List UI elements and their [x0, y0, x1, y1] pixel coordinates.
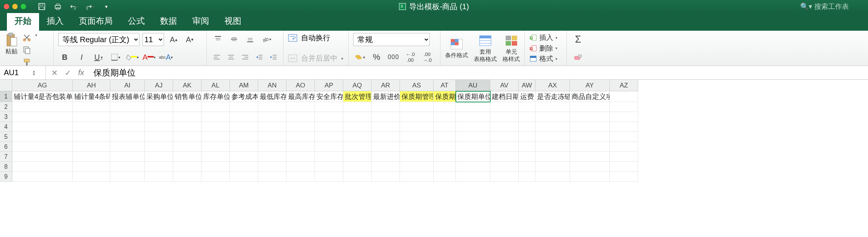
- cell-AX9[interactable]: [536, 172, 570, 182]
- cell-AU5[interactable]: [456, 132, 490, 142]
- column-header-AL[interactable]: AL: [201, 80, 230, 91]
- align-left-button[interactable]: [211, 51, 222, 63]
- cell-AR6[interactable]: [372, 142, 400, 152]
- cell-AN4[interactable]: [258, 122, 287, 132]
- cell-AW1[interactable]: 运费: [519, 91, 536, 102]
- cell-AV5[interactable]: [490, 132, 519, 142]
- cell-AJ6[interactable]: [145, 142, 173, 152]
- cell-AO1[interactable]: 最高库存: [287, 91, 315, 102]
- cell-AV7[interactable]: [490, 152, 519, 162]
- name-box[interactable]: ▲▼: [0, 66, 46, 79]
- column-header-AV[interactable]: AV: [490, 80, 519, 91]
- cell-AP2[interactable]: [315, 102, 343, 112]
- cell-AL7[interactable]: [201, 152, 230, 162]
- column-header-AX[interactable]: AX: [536, 80, 570, 91]
- cell-AG5[interactable]: [12, 132, 73, 142]
- increase-decimal-button[interactable]: ←.0.00: [404, 51, 417, 63]
- clear-button[interactable]: [572, 51, 585, 63]
- fill-color-button[interactable]: ▾: [126, 51, 139, 63]
- cell-AV8[interactable]: [490, 162, 519, 172]
- cell-AX7[interactable]: [536, 152, 570, 162]
- cell-style-button[interactable]: 单元 格样式: [503, 34, 520, 63]
- maximize-icon[interactable]: [21, 4, 26, 9]
- column-header-AO[interactable]: AO: [287, 80, 315, 91]
- cell-AU7[interactable]: [456, 152, 490, 162]
- cell-AH8[interactable]: [73, 162, 110, 172]
- name-box-down-icon[interactable]: ▼: [32, 73, 36, 76]
- cell-AX3[interactable]: [536, 112, 570, 122]
- cell-AW9[interactable]: [519, 172, 536, 182]
- cell-AW7[interactable]: [519, 152, 536, 162]
- cell-AW8[interactable]: [519, 162, 536, 172]
- cell-AQ9[interactable]: [343, 172, 372, 182]
- cell-AO4[interactable]: [287, 122, 315, 132]
- cell-AG9[interactable]: [12, 172, 73, 182]
- cell-AT3[interactable]: [434, 112, 456, 122]
- redo-icon[interactable]: ▾: [86, 2, 94, 11]
- cell-AS7[interactable]: [400, 152, 434, 162]
- cell-AS9[interactable]: [400, 172, 434, 182]
- cell-AO8[interactable]: [287, 162, 315, 172]
- cell-AR4[interactable]: [372, 122, 400, 132]
- cell-AY2[interactable]: [570, 102, 610, 112]
- qat-customize-icon[interactable]: ▾: [102, 2, 110, 11]
- search-input[interactable]: [814, 3, 864, 11]
- format-cells-button[interactable]: 格式▾: [529, 54, 562, 63]
- cell-AN2[interactable]: [258, 102, 287, 112]
- cell-AW2[interactable]: [519, 102, 536, 112]
- cell-AS1[interactable]: 保质期管理: [400, 91, 434, 102]
- cut-icon[interactable]: [22, 33, 31, 42]
- cell-AY5[interactable]: [570, 132, 610, 142]
- cell-AO2[interactable]: [287, 102, 315, 112]
- row-header-5[interactable]: 5: [0, 132, 12, 142]
- cell-AL9[interactable]: [201, 172, 230, 182]
- cell-AT9[interactable]: [434, 172, 456, 182]
- insert-cells-button[interactable]: +插入▾: [529, 33, 562, 42]
- row-header-3[interactable]: 3: [0, 112, 12, 122]
- column-header-AH[interactable]: AH: [73, 80, 110, 91]
- orientation-button[interactable]: ab▾: [260, 33, 273, 45]
- cell-AT7[interactable]: [434, 152, 456, 162]
- cell-AU6[interactable]: [456, 142, 490, 152]
- cell-AT2[interactable]: [434, 102, 456, 112]
- align-right-button[interactable]: [240, 51, 250, 63]
- font-name-select[interactable]: 等线 Regular (正文): [58, 33, 139, 46]
- tab-视图[interactable]: 视图: [217, 12, 249, 31]
- cell-AK7[interactable]: [173, 152, 201, 162]
- cell-AI1[interactable]: 报表辅单位: [110, 91, 145, 102]
- percent-button[interactable]: %: [370, 51, 383, 63]
- wrap-text-label[interactable]: 自动换行: [301, 33, 330, 43]
- row-header-2[interactable]: 2: [0, 102, 12, 112]
- row-header-9[interactable]: 9: [0, 172, 12, 182]
- cell-AW5[interactable]: [519, 132, 536, 142]
- cell-AI2[interactable]: [110, 102, 145, 112]
- cell-AO7[interactable]: [287, 152, 315, 162]
- cell-AK5[interactable]: [173, 132, 201, 142]
- cell-AR1[interactable]: 最新进价: [372, 91, 400, 102]
- tab-数据[interactable]: 数据: [152, 12, 185, 31]
- cell-AM5[interactable]: [230, 132, 258, 142]
- cell-AG6[interactable]: [12, 142, 73, 152]
- column-header-AZ[interactable]: AZ: [610, 80, 638, 91]
- column-header-AK[interactable]: AK: [173, 80, 201, 91]
- border-button[interactable]: ▾: [109, 51, 122, 63]
- increase-indent-button[interactable]: [268, 51, 278, 63]
- conditional-format-button[interactable]: 条件格式: [445, 37, 468, 59]
- accept-formula-icon[interactable]: ✓: [65, 68, 71, 77]
- cell-AL6[interactable]: [201, 142, 230, 152]
- cell-AQ3[interactable]: [343, 112, 372, 122]
- cell-AQ5[interactable]: [343, 132, 372, 142]
- cell-AH4[interactable]: [73, 122, 110, 132]
- cell-AP8[interactable]: [315, 162, 343, 172]
- delete-cells-button[interactable]: ×删除▾: [529, 44, 562, 53]
- cell-AY1[interactable]: 商品自定义项: [570, 91, 610, 102]
- cell-AV4[interactable]: [490, 122, 519, 132]
- align-bottom-button[interactable]: [244, 33, 257, 45]
- cell-AG3[interactable]: [12, 112, 73, 122]
- cell-AM4[interactable]: [230, 122, 258, 132]
- column-header-AY[interactable]: AY: [570, 80, 610, 91]
- save-icon[interactable]: [38, 2, 46, 11]
- cell-AX2[interactable]: [536, 102, 570, 112]
- cell-AT5[interactable]: [434, 132, 456, 142]
- undo-icon[interactable]: ▾: [70, 2, 78, 11]
